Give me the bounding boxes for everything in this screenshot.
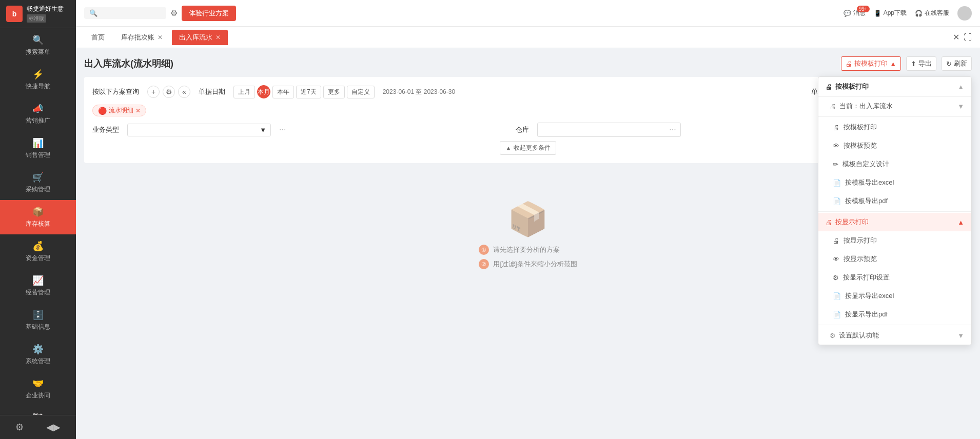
sidebar-item-sales[interactable]: 📊 销售管理 <box>0 131 76 166</box>
dp-template-print[interactable]: 🖨 按模板打印 <box>818 118 971 136</box>
sidebar-item-label-finance: 资金管理 <box>26 254 50 263</box>
dp-display-settings-icon: ⚙ <box>833 274 839 282</box>
export-label: 导出 <box>918 59 932 68</box>
tab-flow[interactable]: 出入库流水 ✕ <box>172 30 228 45</box>
maximize-btn[interactable]: ⛶ <box>964 33 972 42</box>
date-current-year[interactable]: 本年 <box>272 86 294 98</box>
export-icon: ⬆ <box>911 60 916 68</box>
online-service-item[interactable]: 🎧 在线客服 <box>915 9 949 17</box>
tab-home[interactable]: 首页 <box>84 30 112 45</box>
dp-display-print-icon: 🖨 <box>833 237 839 245</box>
sidebar-item-search[interactable]: 🔍 搜索菜单 <box>0 28 76 63</box>
sidebar-item-operation[interactable]: 📈 经营管理 <box>0 269 76 303</box>
sidebar-item-finance[interactable]: 💰 资金管理 <box>0 234 76 269</box>
user-avatar[interactable] <box>957 6 972 21</box>
date-current-month[interactable]: 本月 <box>257 85 270 98</box>
topbar-left: 🔍 ⚙ 体验行业方案 <box>84 6 236 21</box>
restore-btn[interactable]: ✕ <box>953 32 959 42</box>
dp-template-pdf[interactable]: 📄 按模板导出pdf <box>818 192 971 210</box>
refresh-btn[interactable]: ↻ 刷新 <box>942 56 972 71</box>
dp-current-section[interactable]: 🖨 当前：出入库流水 ▼ <box>818 97 971 115</box>
topbar-right: 💬 消息 99+ 📱 App下载 🎧 在线客服 <box>844 6 972 21</box>
filter-tag-item[interactable]: 🔴 流水明细 ✕ <box>92 105 146 116</box>
sidebar-item-label-collab: 企业协同 <box>26 391 50 400</box>
biz-type-more-btn[interactable]: ··· <box>279 125 286 134</box>
warehouse-input[interactable] <box>542 126 670 133</box>
tab-flow-close[interactable]: ✕ <box>215 34 221 41</box>
notification-icon: 💬 <box>844 10 851 17</box>
notification-item[interactable]: 💬 消息 99+ <box>844 9 866 17</box>
dp-display-pdf[interactable]: 📄 按显示导出pdf <box>818 305 971 324</box>
dp-template-pdf-label: 按模板导出pdf <box>845 196 888 206</box>
dp-display-preview-label: 按显示预览 <box>844 254 877 264</box>
sidebar-item-system[interactable]: ⚙️ 系统管理 <box>0 337 76 372</box>
filter-add-btn[interactable]: + <box>147 86 160 98</box>
refresh-icon: ↻ <box>946 60 952 68</box>
dp-set-default[interactable]: ⚙ 设置默认功能 ▼ <box>818 326 971 345</box>
sidebar-menu: 🔍 搜索菜单 ⚡ 快捷导航 📣 营销推广 📊 销售管理 🛒 采购管理 📦 库存核… <box>0 28 76 415</box>
collapse-more-btn[interactable]: ▲ 收起更多条件 <box>500 141 556 155</box>
step-2-num: ② <box>479 259 489 269</box>
export-btn[interactable]: ⬆ 导出 <box>906 56 936 71</box>
sidebar-item-guide[interactable]: 🏁 新手引导 <box>0 406 76 415</box>
dp-template-custom[interactable]: ✏ 模板自定义设计 <box>818 155 971 173</box>
filter-gear-btn[interactable]: ⚙ <box>163 86 175 98</box>
topbar-gear-icon[interactable]: ⚙ <box>170 8 178 18</box>
dp-display-print[interactable]: 🖨 按显示打印 <box>818 231 971 250</box>
marketing-icon: 📣 <box>32 103 44 114</box>
sidebar-item-basic[interactable]: 🗄️ 基础信息 <box>0 303 76 337</box>
sidebar-item-collab[interactable]: 🤝 企业协同 <box>0 372 76 406</box>
date-more[interactable]: 更多 <box>323 86 345 98</box>
dp-display-pdf-label: 按显示导出pdf <box>845 310 888 319</box>
logo-tag: 标准版 <box>27 14 46 23</box>
finance-icon: 💰 <box>32 241 44 252</box>
sidebar-item-purchase[interactable]: 🛒 采购管理 <box>0 166 76 200</box>
tabs-bar: 首页 库存批次账 ✕ 出入库流水 ✕ ✕ ⛶ <box>76 27 980 48</box>
system-icon: ⚙️ <box>32 344 44 355</box>
dp-template-custom-icon: ✏ <box>833 161 838 168</box>
dp-set-default-icon: ⚙ <box>830 332 836 340</box>
warehouse-more-btn[interactable]: ··· <box>669 125 676 134</box>
biz-type-input-wrap[interactable]: ▼ <box>127 124 271 136</box>
dp-display-preview[interactable]: 👁 按显示预览 <box>818 250 971 268</box>
sidebar-item-inventory[interactable]: 📦 库存核算 <box>0 200 76 234</box>
page-title: 出入库流水(流水明细) <box>84 57 173 70</box>
warehouse-input-wrap[interactable]: ··· <box>537 123 681 137</box>
date-last-month[interactable]: 上月 <box>233 86 255 98</box>
inventory-icon: 📦 <box>32 206 44 217</box>
dp-template-excel-label: 按模板导出excel <box>845 178 894 187</box>
sidebar-item-marketing[interactable]: 📣 营销推广 <box>0 97 76 131</box>
dp-display-section[interactable]: 🖨 按显示打印 ▲ <box>818 213 971 231</box>
collapse-icon[interactable]: ◀▶ <box>46 422 61 433</box>
tab-batch[interactable]: 库存批次账 ✕ <box>114 30 170 45</box>
dp-display-print-settings[interactable]: ⚙ 按显示打印设置 <box>818 268 971 287</box>
biz-type-input[interactable] <box>132 126 260 133</box>
tag-icon: 🔴 <box>98 107 107 115</box>
app-download-item[interactable]: 📱 App下载 <box>874 9 907 17</box>
tab-batch-close[interactable]: ✕ <box>158 34 163 41</box>
dp-collapse-btn[interactable]: ▲ <box>957 83 964 91</box>
sidebar: b 畅捷通好生意 标准版 🔍 搜索菜单 ⚡ 快捷导航 📣 营销推广 📊 销售管理… <box>0 0 76 439</box>
print-template-btn[interactable]: 🖨 按模板打印 ▲ <box>841 56 901 71</box>
biz-type-label: 业务类型 <box>92 125 119 134</box>
topbar-search[interactable]: 🔍 <box>84 7 166 19</box>
date-last7days[interactable]: 近7天 <box>296 86 321 98</box>
tag-close-icon[interactable]: ✕ <box>135 107 141 114</box>
search-input[interactable] <box>101 10 152 17</box>
sidebar-item-shortcut[interactable]: ⚡ 快捷导航 <box>0 63 76 97</box>
dp-template-excel[interactable]: 📄 按模板导出excel <box>818 173 971 192</box>
empty-step-2: ② 用[过滤]条件来缩小分析范围 <box>479 259 577 269</box>
tab-home-label: 首页 <box>91 33 105 42</box>
dp-template-preview-icon: 👁 <box>833 142 839 150</box>
notification-badge: 99+ <box>857 6 870 12</box>
operation-icon: 📈 <box>32 275 44 286</box>
sidebar-item-label-search: 搜索菜单 <box>26 48 50 56</box>
page-header: 出入库流水(流水明细) 🖨 按模板打印 ▲ ⬆ 导出 ↻ 刷新 <box>84 56 972 71</box>
topbar: 🔍 ⚙ 体验行业方案 💬 消息 99+ 📱 App下载 🎧 在线客服 <box>76 0 980 27</box>
dp-template-preview[interactable]: 👁 按模板预览 <box>818 136 971 155</box>
settings-icon[interactable]: ⚙ <box>15 422 24 433</box>
dp-display-excel[interactable]: 📄 按显示导出excel <box>818 287 971 305</box>
filter-collapse-btn[interactable]: « <box>178 86 190 98</box>
date-custom[interactable]: 自定义 <box>347 86 375 98</box>
industry-btn[interactable]: 体验行业方案 <box>182 6 236 21</box>
